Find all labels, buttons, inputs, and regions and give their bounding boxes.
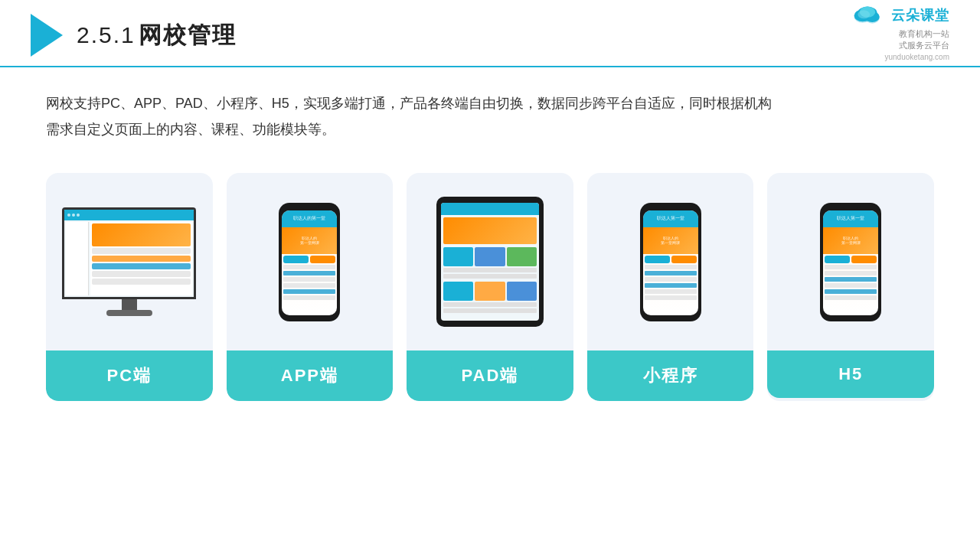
cloud-icon [848,4,887,27]
miniprogram-image-area: 职达人第一堂 职达人的第一堂网课 [596,185,745,338]
brand-logo: 云朵课堂 教育机构一站 式服务云平台 yunduoketang.com [848,4,949,63]
phone-device-app: 职达人的第一堂 职达人的第一堂网课 [279,203,340,321]
card-label-app: APP端 [227,350,394,401]
pc-image-area [55,185,204,338]
monitor-device [62,207,196,316]
phone-device-h5: 职达人第一堂 职达人的第一堂网课 [820,203,881,321]
page-title: 2.5.1网校管理 [77,20,237,51]
main-content: 网校支持PC、APP、PAD、小程序、H5，实现多端打通，产品各终端自由切换，数… [0,67,980,416]
brand-name: 云朵课堂 [891,6,949,24]
card-label-pad: PAD端 [407,350,573,401]
logo-arrow-icon [31,14,63,57]
card-label-miniprogram: 小程序 [587,350,754,401]
card-label-h5: H5 [767,350,934,398]
pad-image-area [416,185,564,338]
description-text: 网校支持PC、APP、PAD、小程序、H5，实现多端打通，产品各终端自由切换，数… [46,90,934,142]
app-image-area: 职达人的第一堂 职达人的第一堂网课 [236,185,384,338]
card-h5: 职达人第一堂 职达人的第一堂网课 [767,173,934,401]
monitor-screen [62,207,196,299]
brand-logo-top: 云朵课堂 [848,4,949,27]
phone-device-mini: 职达人第一堂 职达人的第一堂网课 [640,203,701,321]
brand-tagline: 教育机构一站 式服务云平台 yunduoketang.com [884,28,949,63]
h5-image-area: 职达人第一堂 职达人的第一堂网课 [776,185,925,338]
card-miniprogram: 职达人第一堂 职达人的第一堂网课 [587,173,754,401]
svg-point-7 [858,10,870,18]
card-pc: PC端 [46,173,213,401]
card-pad: PAD端 [407,173,573,401]
device-cards-container: PC端 职达人的第一堂 职达人的第一堂网课 [46,173,934,401]
card-label-pc: PC端 [46,350,213,401]
header: 2.5.1网校管理 云朵课堂 教育机构一站 式服务云平台 yunduoketan… [0,0,980,67]
tablet-device [436,197,544,327]
card-app: 职达人的第一堂 职达人的第一堂网课 [227,173,394,401]
